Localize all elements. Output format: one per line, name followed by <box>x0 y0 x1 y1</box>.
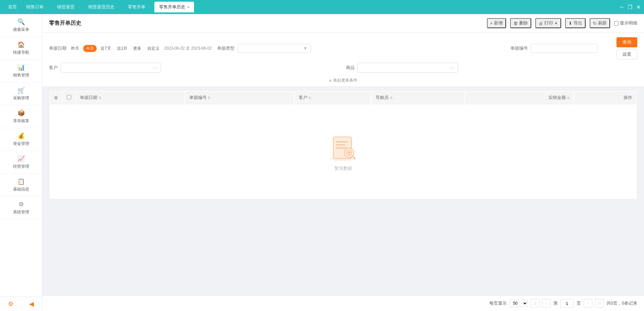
print-button[interactable]: 🖨 打印 ▼ <box>535 18 561 28</box>
data-table: ⚙ 单据日期 ⇅ 单据编号 ⇅ 客户 <box>49 90 637 199</box>
next-page-btn[interactable]: › <box>584 299 592 308</box>
goods-filter-group: 商品 ··· <box>346 63 638 73</box>
print-dropdown-icon: ▼ <box>554 21 558 25</box>
date-custom[interactable]: 自定义 <box>145 45 161 52</box>
col-action-label: 操作 <box>624 95 632 100</box>
col-customer-label: 客户 <box>299 95 307 100</box>
tab-home[interactable]: 首页 <box>3 2 21 12</box>
tab-sales-return[interactable]: 销货退货 × <box>52 2 83 12</box>
sidebar-item-quick-nav[interactable]: 🏠 快捷导航 <box>0 37 42 60</box>
col-settings[interactable]: ⚙ <box>50 91 62 104</box>
date-label: 单据日期 <box>49 45 66 51</box>
date-more[interactable]: 更多 <box>131 45 143 52</box>
last-page-btn[interactable]: ⟩⟩ <box>595 299 604 308</box>
date-1month[interactable]: 近1月 <box>115 45 130 52</box>
col-doc-no[interactable]: 单据编号 ⇅ <box>185 91 294 104</box>
goods-select[interactable]: ··· <box>357 63 458 73</box>
tab-sales-return-history-close[interactable]: × <box>116 5 118 9</box>
tab-retail-open-close[interactable]: × <box>147 5 149 9</box>
sidebar-item-basic-info-label: 基础信息 <box>13 187 29 192</box>
delete-button[interactable]: 🗑 删除 <box>510 18 531 28</box>
purchase-mgmt-icon: 🛒 <box>17 87 25 94</box>
col-date-sort-icon: ⇅ <box>99 96 101 100</box>
col-amount[interactable]: 实销金额 ⇅ <box>465 91 574 104</box>
sidebar-item-inventory-label: 库存核算 <box>13 118 29 124</box>
tab-sales-return-history[interactable]: 销货退货历史 × <box>84 2 123 12</box>
sidebar-item-search-purchase[interactable]: 🔍 搜索采单 <box>0 14 42 37</box>
col-customer[interactable]: 客户 ⇅ <box>295 91 371 104</box>
per-page-label: 每页显示 <box>489 300 507 306</box>
tab-retail-open[interactable]: 零售开单 × <box>123 2 154 12</box>
tab-sales-return-close[interactable]: × <box>77 5 79 9</box>
col-guide-sort-icon: ⇅ <box>390 96 393 100</box>
refresh-icon: ↻ <box>593 21 597 26</box>
sidebar-collapse-btn[interactable]: ◀ <box>29 300 34 308</box>
first-page-btn[interactable]: ⟨⟨ <box>531 299 539 308</box>
doc-no-input[interactable] <box>531 44 598 53</box>
add-button[interactable]: + 新增 <box>487 18 506 28</box>
quick-nav-icon: 🏠 <box>17 41 25 48</box>
sidebar-item-business[interactable]: 📈 经营管理 <box>0 151 42 174</box>
sidebar-item-basic-info[interactable]: 📋 基础信息 <box>0 174 42 197</box>
svg-rect-5 <box>336 147 347 149</box>
sidebar-item-system[interactable]: ⚙ 系统管理 <box>0 197 42 219</box>
goods-dots[interactable]: ··· <box>450 65 454 71</box>
print-label: 打印 <box>544 20 553 26</box>
main-layout: 🔍 搜索采单 🏠 快捷导航 📊 销售管理 🛒 采购管理 📦 库存核算 💰 资金管… <box>0 14 644 311</box>
refresh-button[interactable]: ↻ 刷新 <box>590 18 610 28</box>
sidebar-item-finance[interactable]: 💰 资金管理 <box>0 128 42 151</box>
per-page-select[interactable]: 10 20 50 100 <box>509 300 528 307</box>
delete-icon: 🗑 <box>513 21 518 26</box>
select-all-checkbox[interactable] <box>67 95 71 99</box>
sidebar-item-purchase-mgmt[interactable]: 🛒 采购管理 <box>0 83 42 105</box>
close-btn[interactable]: ✕ <box>636 4 641 10</box>
tab-retail-history[interactable]: 零售开单历史 × <box>154 2 194 12</box>
col-doc-no-label: 单据编号 <box>189 95 207 100</box>
tab-retail-open-label: 零售开单 <box>128 4 145 10</box>
svg-rect-3 <box>336 141 348 143</box>
collapse-button[interactable]: ∧ 收起更多条件 <box>329 77 357 83</box>
empty-illustration <box>325 132 362 165</box>
col-amount-sort-icon: ⇅ <box>567 96 569 100</box>
tab-sales-order[interactable]: 销售订单 × <box>21 2 52 12</box>
sales-mgmt-icon: 📊 <box>17 64 25 71</box>
sidebar-item-finance-label: 资金管理 <box>13 141 29 147</box>
col-amount-label: 实销金额 <box>548 95 566 100</box>
tab-retail-history-close[interactable]: × <box>187 5 189 9</box>
col-date[interactable]: 单据日期 ⇅ <box>76 91 185 104</box>
total-text: 共0页，0条记录 <box>606 300 637 306</box>
tab-sales-order-close[interactable]: × <box>46 5 48 9</box>
date-yesterday[interactable]: 昨天 <box>69 45 81 52</box>
export-button[interactable]: ⬇ 导出 <box>565 18 586 28</box>
show-detail-checkbox[interactable] <box>614 21 618 25</box>
sidebar-item-sales-mgmt[interactable]: 📊 销售管理 <box>0 60 42 83</box>
minimize-btn[interactable]: ─ <box>620 4 624 10</box>
restore-btn[interactable]: ❐ <box>628 4 632 10</box>
date-7days[interactable]: 近7天 <box>99 45 113 52</box>
collapse-row: ∧ 收起更多条件 <box>49 76 637 83</box>
sidebar-item-sales-mgmt-label: 销售管理 <box>13 72 29 78</box>
show-detail-checkbox-label[interactable]: 显示明细 <box>614 20 637 26</box>
col-checkbox[interactable] <box>63 91 75 104</box>
export-label: 导出 <box>574 20 582 26</box>
customer-dots[interactable]: ··· <box>153 65 157 71</box>
doc-type-dropdown-icon: ▼ <box>303 46 307 51</box>
col-date-label: 单据日期 <box>80 95 97 100</box>
sidebar-item-system-label: 系统管理 <box>13 209 29 215</box>
page-input[interactable] <box>560 299 574 308</box>
doc-type-select[interactable]: ▼ <box>237 44 311 53</box>
collapse-icon: ∧ <box>329 78 332 83</box>
doc-no-label: 单据编号 <box>510 45 528 51</box>
customer-select[interactable]: ··· <box>60 63 161 73</box>
sidebar-item-inventory[interactable]: 📦 库存核算 <box>0 105 42 128</box>
filter-row-2: 客户 ··· 商品 ··· <box>49 63 637 73</box>
settings-button[interactable]: 设置 <box>616 49 637 59</box>
prev-page-btn[interactable]: ‹ <box>542 299 551 308</box>
col-guide[interactable]: 导购员 ⇅ <box>371 91 464 104</box>
tab-retail-history-label: 零售开单历史 <box>159 4 185 10</box>
date-today[interactable]: 今天 <box>83 45 97 52</box>
col-action: 操作 <box>574 91 636 104</box>
sidebar-settings-btn[interactable]: ⚙ <box>8 300 13 308</box>
action-buttons: 查询 设置 <box>616 37 637 59</box>
query-button[interactable]: 查询 <box>616 37 637 47</box>
